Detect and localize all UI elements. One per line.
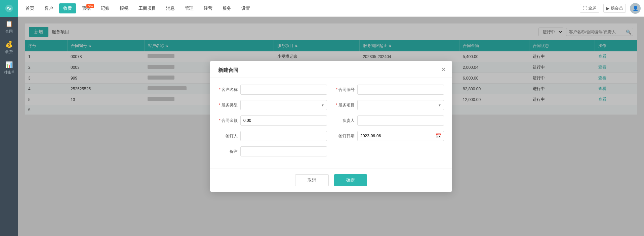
nav-bizproject[interactable]: 工商项目 — [134, 3, 160, 13]
fullscreen-icon: ⛶ — [583, 6, 587, 11]
nav-message[interactable]: 消息 — [162, 3, 179, 13]
responsible-input[interactable] — [357, 115, 444, 126]
notes-label: 备注 — [218, 149, 238, 154]
sidebar-item-contract[interactable]: 📋 合同 — [0, 17, 18, 37]
nav-management[interactable]: 管理 — [181, 3, 198, 13]
amount-input[interactable] — [240, 115, 327, 126]
contract-no-label: 合同编号 — [335, 87, 355, 93]
sidebar-item-billing-label: 收费 — [5, 49, 13, 54]
service-type-select-wrap: ▼ — [240, 100, 327, 110]
amount-label: 合同金额 — [218, 118, 238, 124]
member-label: 畅会员 — [611, 5, 623, 11]
sign-date-wrap: 📅 — [357, 131, 444, 141]
sidebar-item-contract-label: 合同 — [5, 29, 13, 34]
sidebar: 📋 合同 💰 收费 📊 对账单 — [0, 0, 18, 236]
topnav: 首页 客户 收费 票据 new 记账 报税 工商项目 消息 管理 经营 服务 设… — [18, 0, 644, 17]
modal-overlay: 新建合同 ✕ 客户名称 合同编号 — [18, 17, 644, 236]
form-row-2: 服务类型 ▼ 服务项目 ▼ — [218, 100, 444, 110]
nav-tax[interactable]: 报税 — [116, 3, 132, 13]
confirm-button[interactable]: 确定 — [334, 174, 367, 186]
nav-services[interactable]: 服务 — [218, 3, 235, 13]
nav-bookkeeping[interactable]: 记账 — [97, 3, 114, 13]
modal-header: 新建合同 — [210, 61, 452, 78]
new-contract-modal: 新建合同 ✕ 客户名称 合同编号 — [210, 61, 452, 192]
sign-date-label: 签订日期 — [335, 133, 355, 139]
responsible-label: 负责人 — [335, 118, 355, 124]
form-group-signer: 签订人 — [218, 131, 327, 141]
service-item-select-wrap: ▼ — [357, 100, 444, 110]
member-button[interactable]: ▶ 畅会员 — [603, 4, 626, 13]
modal-title: 新建合同 — [218, 67, 238, 73]
form-group-responsible: 负责人 — [335, 115, 444, 126]
form-row-5: 备注 — [218, 146, 444, 156]
form-group-notes: 备注 — [218, 146, 327, 156]
form-group-amount: 合同金额 — [218, 115, 327, 126]
notes-input[interactable] — [240, 146, 327, 156]
service-type-select[interactable] — [240, 100, 327, 110]
sidebar-item-reconcile[interactable]: 📊 对账单 — [0, 58, 18, 78]
form-row-1: 客户名称 合同编号 — [218, 85, 444, 95]
invoice-badge: new — [86, 4, 94, 8]
sidebar-item-billing[interactable]: 💰 收费 — [0, 37, 18, 58]
member-icon: ▶ — [606, 6, 609, 11]
nav-home[interactable]: 首页 — [22, 3, 38, 13]
cancel-button[interactable]: 取消 — [295, 174, 329, 186]
topnav-right: ⛶ 全屏 ▶ 畅会员 👤 — [580, 3, 641, 14]
form-group-service-type: 服务类型 ▼ — [218, 100, 327, 110]
fullscreen-button[interactable]: ⛶ 全屏 — [580, 4, 599, 13]
form-group-sign-date: 签订日期 📅 — [335, 131, 444, 141]
nav-settings[interactable]: 设置 — [237, 3, 254, 13]
billing-icon: 💰 — [5, 41, 13, 48]
customer-input[interactable] — [240, 85, 327, 95]
service-item-label: 服务项目 — [335, 102, 355, 108]
customer-label: 客户名称 — [218, 87, 238, 93]
modal-footer: 取消 确定 — [210, 169, 452, 192]
modal-close-button[interactable]: ✕ — [441, 66, 446, 73]
avatar[interactable]: 👤 — [630, 3, 641, 14]
contract-icon: 📋 — [5, 20, 13, 28]
nav-invoice[interactable]: 票据 new — [78, 3, 95, 13]
form-row-3: 合同金额 负责人 — [218, 115, 444, 126]
content: 新增 服务项目 进行中 已完成 全部 🔍 — [18, 17, 644, 236]
form-row-4: 签订人 签订日期 📅 — [218, 131, 444, 141]
modal-body: 客户名称 合同编号 服务类型 — [210, 78, 452, 169]
contract-no-input[interactable] — [357, 85, 444, 95]
nav-operations[interactable]: 经营 — [200, 3, 216, 13]
fullscreen-label: 全屏 — [588, 5, 596, 11]
signer-input[interactable] — [240, 131, 327, 141]
sign-date-input[interactable] — [357, 131, 444, 141]
form-group-contract-no: 合同编号 — [335, 85, 444, 95]
signer-label: 签订人 — [218, 133, 238, 139]
sidebar-item-reconcile-label: 对账单 — [4, 70, 15, 75]
form-group-customer: 客户名称 — [218, 85, 327, 95]
service-type-label: 服务类型 — [218, 102, 238, 108]
logo[interactable] — [0, 0, 18, 17]
form-group-service-item: 服务项目 ▼ — [335, 100, 444, 110]
service-item-select[interactable] — [357, 100, 444, 110]
nav-customer[interactable]: 客户 — [40, 3, 57, 13]
reconcile-icon: 📊 — [5, 61, 13, 68]
nav-billing[interactable]: 收费 — [59, 3, 76, 13]
main-area: 首页 客户 收费 票据 new 记账 报税 工商项目 消息 管理 经营 服务 设… — [18, 0, 644, 236]
